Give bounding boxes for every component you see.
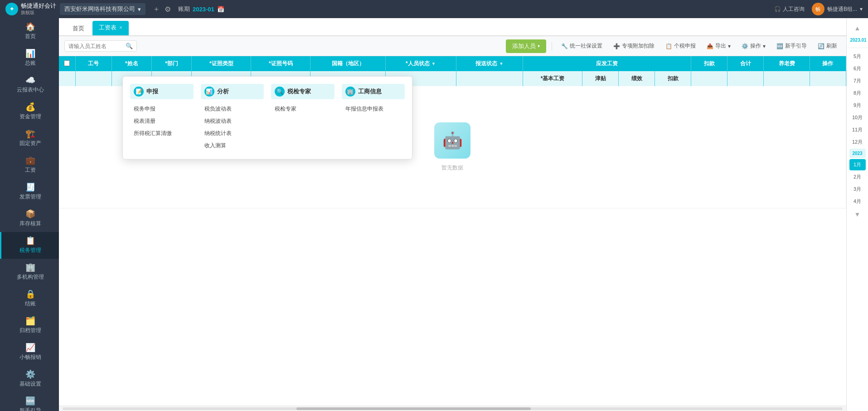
deduction-icon: ➕ <box>613 43 620 49</box>
sidebar-item-assets[interactable]: 🏗️ 固定资产 <box>0 125 59 152</box>
deduction-button[interactable]: ➕ 专项附加扣除 <box>610 40 658 52</box>
month-4[interactable]: 4月 <box>849 196 866 207</box>
guide-toolbar-label: 新手引导 <box>785 42 807 50</box>
social-security-button[interactable]: 🔧 统一社保设置 <box>558 40 606 52</box>
month-11[interactable]: 11月 <box>849 124 866 135</box>
main-layout: 🏠 首页 📊 总账 ☁️ 云报表中心 💰 资金管理 🏗️ 固定资产 💼 工资 🧾… <box>0 18 868 411</box>
month-nav-down[interactable]: ▼ <box>851 208 864 221</box>
month-2[interactable]: 2月 <box>849 171 866 183</box>
month-2023-period: 2023.01 <box>849 35 866 45</box>
export-label: 导出 <box>715 42 726 50</box>
sidebar-item-tax[interactable]: 📋 税务管理 <box>0 232 59 259</box>
declaration-icon: 📝 <box>134 87 144 97</box>
month-5[interactable]: 5月 <box>849 51 866 62</box>
scroll-thumb <box>296 407 530 410</box>
settings-icon[interactable]: ⚙ <box>165 5 171 14</box>
th-name: *姓名 <box>112 56 151 71</box>
month-12[interactable]: 12月 <box>849 136 866 148</box>
dropdown-item-tax-form[interactable]: 税表清册 <box>130 115 194 127</box>
guide-toolbar-button[interactable]: 🆕 新手引导 <box>773 40 810 52</box>
th-report-status[interactable]: 报送状态 ▼ <box>456 56 523 71</box>
period-selector[interactable]: 账期 2023-01 📅 <box>178 5 224 13</box>
user-chevron-icon: ▾ <box>860 6 863 12</box>
sidebar-item-guide[interactable]: 🆕 新手引导 <box>0 392 59 411</box>
add-employee-button[interactable]: 添加人员 ▾ <box>506 39 546 53</box>
operation-button[interactable]: ⚙️ 操作 ▾ <box>738 40 769 52</box>
dropdown-item-income-forecast[interactable]: 收入测算 <box>201 140 264 152</box>
sidebar-item-cloud[interactable]: ☁️ 云报表中心 <box>0 72 59 98</box>
empty-icon: 🤖 <box>434 122 470 159</box>
year-2023-label: 2023 <box>849 149 866 158</box>
th-emp-no: 工号 <box>75 56 112 71</box>
month-6[interactable]: 6月 <box>849 63 866 74</box>
tab-bar: 首页 工资表 × <box>59 18 846 36</box>
sidebar-item-close[interactable]: 🔒 结账 <box>0 285 59 312</box>
dropdown-item-tax-burden[interactable]: 税负波动表 <box>201 103 264 115</box>
sidebar-item-ledger[interactable]: 📊 总账 <box>0 45 59 72</box>
th-id-type: *证照类型 <box>192 56 251 71</box>
export-icon: 📤 <box>707 43 713 49</box>
month-9[interactable]: 9月 <box>849 100 866 111</box>
th2-blank12 <box>764 71 810 86</box>
th2-performance: 绩效 <box>619 71 655 86</box>
help-button[interactable]: 🎧 人工咨询 <box>774 5 805 13</box>
sidebar-item-payroll[interactable]: 💼 工资 <box>0 152 59 179</box>
tab-payroll[interactable]: 工资表 × <box>92 21 129 35</box>
sidebar-item-expense[interactable]: 📈 小畅报销 <box>0 339 59 366</box>
declaration-title-label: 申报 <box>146 87 158 96</box>
sidebar-item-label: 发票管理 <box>19 193 41 201</box>
expense-icon: 📈 <box>25 343 35 352</box>
dropdown-item-annual-report[interactable]: 年报信息申报表 <box>342 103 405 115</box>
calendar-icon: 📅 <box>217 6 224 13</box>
dropdown-item-expert[interactable]: 税检专家 <box>271 103 335 115</box>
app-name: 畅捷通好会计 <box>21 2 56 10</box>
tab-close-icon[interactable]: × <box>119 24 122 31</box>
toolbar: 🔍 添加人员 ▾ 🔧 统一社保设置 ➕ 专项附加扣除 📋 个税申报 📤 <box>59 36 846 56</box>
bottom-scrollbar[interactable] <box>59 406 846 411</box>
th-wage-group: 应发工资 <box>523 56 691 71</box>
sidebar-item-label: 工资 <box>25 166 36 174</box>
dropdown-item-tax-payment[interactable]: 纳税波动表 <box>201 115 264 127</box>
biz-title-label: 工商信息 <box>358 87 382 96</box>
month-nav-up[interactable]: ▲ <box>851 22 864 34</box>
month-3[interactable]: 3月 <box>849 184 866 195</box>
export-button[interactable]: 📤 导出 ▾ <box>703 40 734 52</box>
tax-return-button[interactable]: 📋 个税申报 <box>662 40 699 52</box>
sidebar-item-archive[interactable]: 🗂️ 归档管理 <box>0 312 59 339</box>
guide-toolbar-icon: 🆕 <box>776 43 783 49</box>
sidebar-item-invoice[interactable]: 🧾 发票管理 <box>0 179 59 205</box>
user-menu[interactable]: 畅 畅捷通B组... ▾ <box>812 3 863 15</box>
add-company-icon[interactable]: ＋ <box>153 5 160 14</box>
th-status[interactable]: *人员状态 ▼ <box>385 56 456 71</box>
dropdown-item-income-calc[interactable]: 所得税汇算清缴 <box>130 127 194 140</box>
add-employee-label: 添加人员 <box>512 42 536 50</box>
th-nationality: 国籍（地区） <box>310 56 385 71</box>
search-input[interactable] <box>68 43 123 49</box>
add-chevron-icon: ▾ <box>538 44 540 48</box>
tab-home-label: 首页 <box>73 24 84 33</box>
tax-icon: 📋 <box>25 237 35 245</box>
sidebar-item-multi-org[interactable]: 🏢 多机构管理 <box>0 259 59 285</box>
select-all-checkbox[interactable] <box>64 60 70 66</box>
month-7[interactable]: 7月 <box>849 75 866 87</box>
th2-blank9 <box>456 71 523 86</box>
sidebar-item-label: 固定资产 <box>19 140 41 147</box>
app-logo: ✦ 畅捷通好会计 旗舰版 <box>5 2 56 16</box>
th-checkbox[interactable] <box>59 56 75 71</box>
th2-deduct: 扣款 <box>655 71 691 86</box>
refresh-icon: 🔄 <box>818 43 824 49</box>
sidebar-item-fund[interactable]: 💰 资金管理 <box>0 98 59 125</box>
month-1[interactable]: 1月 <box>849 159 866 170</box>
company-selector[interactable]: 西安虾米网络科技有限公司 ▾ <box>60 3 145 15</box>
dropdown-item-tax-declare[interactable]: 税务申报 <box>130 103 194 115</box>
guide-icon: 🆕 <box>25 397 35 405</box>
tab-home[interactable]: 首页 <box>66 22 91 35</box>
month-8[interactable]: 8月 <box>849 87 866 99</box>
sidebar-item-inventory[interactable]: 📦 库存核算 <box>0 205 59 232</box>
refresh-button[interactable]: 🔄 刷新 <box>814 40 841 52</box>
sidebar-item-settings[interactable]: ⚙️ 基础设置 <box>0 366 59 392</box>
logo-icon: ✦ <box>5 3 18 15</box>
sidebar-item-home[interactable]: 🏠 首页 <box>0 18 59 45</box>
month-10[interactable]: 10月 <box>849 112 866 123</box>
dropdown-item-tax-stats[interactable]: 纳税统计表 <box>201 127 264 140</box>
